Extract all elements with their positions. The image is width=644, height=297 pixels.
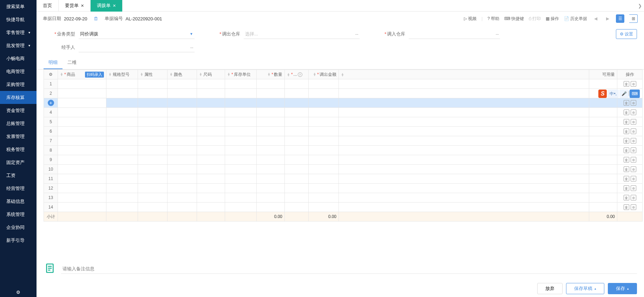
size-cell[interactable] (197, 174, 225, 184)
product-cell[interactable] (58, 203, 106, 212)
sidebar-item-salary[interactable]: 工资 (0, 169, 37, 182)
size-cell[interactable] (197, 165, 225, 174)
sidebar-item-assets[interactable]: 固定资产 (0, 156, 37, 169)
spec-cell[interactable] (106, 174, 138, 184)
amount-cell[interactable] (309, 89, 339, 98)
action-print[interactable]: ⎙打印 (529, 16, 541, 22)
amount-cell[interactable] (309, 117, 339, 127)
unit-cell[interactable] (225, 203, 257, 212)
add-row-button[interactable]: + (48, 100, 54, 106)
header-empty[interactable]: ▲▼ (339, 70, 589, 79)
product-cell[interactable] (58, 193, 106, 203)
row-number[interactable]: 13 (44, 193, 58, 203)
color-cell[interactable] (167, 174, 197, 184)
empty-cell[interactable] (339, 165, 589, 174)
delete-row-icon[interactable]: 🗑 (624, 185, 629, 191)
row-number[interactable]: 8 (44, 146, 58, 155)
header-size[interactable]: ▲▼尺码 (197, 70, 225, 79)
short-cell[interactable] (285, 193, 309, 203)
qty-cell[interactable] (257, 155, 285, 165)
attr-cell[interactable] (138, 193, 167, 203)
close-icon[interactable]: ✕ (113, 4, 116, 8)
qty-cell[interactable] (257, 136, 285, 146)
amount-cell[interactable] (309, 127, 339, 136)
unit-cell[interactable] (225, 79, 257, 89)
tab-home[interactable]: 首页 (37, 0, 59, 12)
empty-cell[interactable] (339, 127, 589, 136)
row-number[interactable]: 12 (44, 184, 58, 193)
tab-requisition[interactable]: 要货单✕ (59, 0, 91, 12)
row-number[interactable]: 10 (44, 165, 58, 174)
spec-cell[interactable] (106, 108, 138, 117)
avail-cell[interactable] (589, 193, 617, 203)
qty-cell[interactable] (257, 203, 285, 212)
insert-row-icon[interactable]: ⊕ (631, 119, 636, 125)
insert-row-icon[interactable]: ⊕ (631, 147, 636, 153)
size-cell[interactable] (197, 136, 225, 146)
row-number[interactable]: 7 (44, 136, 58, 146)
amount-cell[interactable] (309, 98, 339, 108)
spec-cell[interactable] (106, 117, 138, 127)
header-color[interactable]: ▲▼颜色 (167, 70, 197, 79)
product-cell[interactable] (58, 136, 106, 146)
short-cell[interactable] (285, 184, 309, 193)
qty-cell[interactable] (257, 184, 285, 193)
color-cell[interactable] (167, 108, 197, 117)
sidebar-item-funds[interactable]: 资金管理 (0, 104, 37, 117)
ime-toolbar[interactable]: S 中 •, 🎤 ⌨ (598, 90, 640, 98)
unit-cell[interactable] (225, 117, 257, 127)
avail-cell[interactable] (589, 136, 617, 146)
sidebar-item-search[interactable]: 搜索菜单 (0, 0, 37, 13)
insert-row-icon[interactable]: ⊕ (631, 185, 636, 191)
short-cell[interactable] (285, 117, 309, 127)
calendar-icon[interactable]: 🗓 (94, 16, 98, 21)
subtab-matrix[interactable]: 二维 (63, 57, 81, 69)
action-shortcut[interactable]: ⌨快捷键 (504, 16, 524, 22)
avail-cell[interactable] (589, 203, 617, 212)
product-cell[interactable] (58, 165, 106, 174)
delete-row-icon[interactable]: 🗑 (624, 195, 629, 200)
spec-cell[interactable] (106, 146, 138, 155)
spec-cell[interactable] (106, 184, 138, 193)
empty-cell[interactable] (339, 203, 589, 212)
insert-row-icon[interactable]: ⊕ (631, 204, 636, 210)
delete-row-icon[interactable]: 🗑 (624, 119, 629, 125)
short-cell[interactable] (285, 165, 309, 174)
short-cell[interactable] (285, 174, 309, 184)
attr-cell[interactable] (138, 89, 167, 98)
color-cell[interactable] (167, 193, 197, 203)
row-number[interactable]: 1 (44, 79, 58, 89)
qty-cell[interactable] (257, 193, 285, 203)
product-cell[interactable] (58, 117, 106, 127)
settings-button[interactable]: ⚙设置 (616, 29, 637, 39)
delete-row-icon[interactable]: 🗑 (624, 110, 629, 115)
size-cell[interactable] (197, 193, 225, 203)
delete-row-icon[interactable]: 🗑 (624, 166, 629, 172)
insert-row-icon[interactable]: ⊕ (631, 195, 636, 200)
sidebar-item-system[interactable]: 系统管理 (0, 208, 37, 221)
attr-cell[interactable] (138, 79, 167, 89)
short-cell[interactable] (285, 108, 309, 117)
keyboard-icon[interactable]: ⌨ (630, 90, 640, 98)
scan-input-button[interactable]: 扫码录入 (85, 72, 104, 78)
product-cell[interactable] (58, 89, 106, 98)
spec-cell[interactable] (106, 79, 138, 89)
qty-cell[interactable] (257, 165, 285, 174)
qty-cell[interactable] (257, 79, 285, 89)
unit-cell[interactable] (225, 165, 257, 174)
delete-row-icon[interactable]: 🗑 (624, 138, 629, 144)
amount-cell[interactable] (309, 136, 339, 146)
amount-cell[interactable] (309, 79, 339, 89)
abandon-button[interactable]: 放弃 (537, 283, 563, 294)
unit-cell[interactable] (225, 136, 257, 146)
sidebar-item-ecommerce[interactable]: 电商管理 (0, 65, 37, 78)
attr-cell[interactable] (138, 155, 167, 165)
view-list[interactable]: ☰ (616, 14, 624, 23)
spec-cell[interactable] (106, 203, 138, 212)
attr-cell[interactable] (138, 108, 167, 117)
remark-input[interactable] (61, 264, 637, 274)
attr-cell[interactable] (138, 146, 167, 155)
insert-row-icon[interactable]: ⊕ (631, 138, 636, 144)
product-cell[interactable] (58, 174, 106, 184)
short-cell[interactable] (285, 79, 309, 89)
